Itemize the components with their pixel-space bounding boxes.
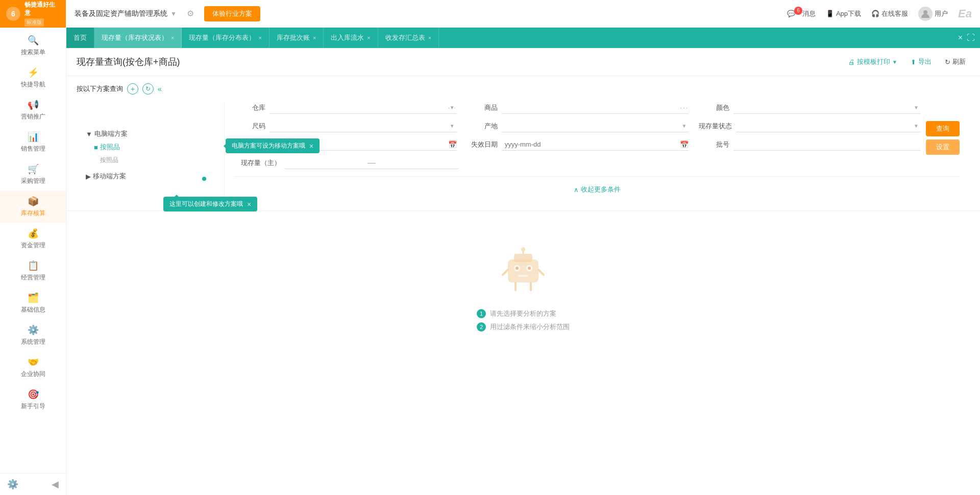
main-area: 装备及固定资产辅助管理系统 ▼ ⚙ 体验行业方案 💬 6 消息 📱 App下载 … xyxy=(66,0,980,495)
calendar-icon2[interactable]: 📅 xyxy=(680,140,689,149)
handshake-icon: 🤝 xyxy=(28,357,39,368)
stock-qty-max-input[interactable] xyxy=(378,157,458,169)
tab-label: 库存批次账 xyxy=(277,33,310,42)
sidebar-item-cooperation[interactable]: 🤝 企业协同 xyxy=(0,351,66,384)
stock-status-input[interactable] xyxy=(736,120,921,132)
tab-close-icon[interactable]: × xyxy=(428,35,431,41)
tooltip1-text: 电脑方案可设为移动方案哦 xyxy=(232,142,305,150)
goods-label: 商品 xyxy=(467,103,498,112)
sidebar-item-quick[interactable]: ⚡ 快捷导航 xyxy=(0,62,66,94)
sidebar-item-label: 系统管理 xyxy=(21,338,45,346)
tooltip1-close-icon[interactable]: × xyxy=(309,142,313,150)
export-button[interactable]: ⬆ 导出 xyxy=(906,55,936,68)
user-menu[interactable]: 用户 xyxy=(918,7,948,21)
print-label: 按模板打印 xyxy=(857,57,890,66)
tooltip2-close-icon[interactable]: × xyxy=(247,200,251,208)
refresh-scheme-button[interactable]: ↻ xyxy=(142,83,154,95)
tab-home[interactable]: 首页 xyxy=(66,28,94,48)
tab-summary[interactable]: 收发存汇总表 × xyxy=(378,28,439,48)
tab-close-icon[interactable]: × xyxy=(171,35,174,41)
tooltip2-text: 这里可以创建和修改方案哦 xyxy=(169,200,243,208)
sidebar-item-label: 快捷导航 xyxy=(21,80,45,89)
size-input[interactable] xyxy=(270,120,457,132)
stock-qty-min-input[interactable] xyxy=(285,157,365,169)
logo-badge: 标准版 xyxy=(24,18,44,27)
filter-fields-panel: 仓库 ··· ▼ 商品 xyxy=(225,102,970,203)
sidebar-item-base[interactable]: 🗂️ 基础信息 xyxy=(0,287,66,319)
warehouse-dots[interactable]: ··· xyxy=(448,104,457,111)
scheme-item-sub[interactable]: 按照品 xyxy=(82,154,224,167)
tab-inout[interactable]: 出入库流水 × xyxy=(324,28,378,48)
tab-close-icon[interactable]: × xyxy=(367,35,370,41)
sidebar-item-marketing[interactable]: 📢 营销推广 xyxy=(0,94,66,126)
color-input[interactable] xyxy=(733,102,921,113)
expire-date-start-wrapper: 📅 xyxy=(502,138,689,151)
dropdown-arrow-icon[interactable]: ▼ xyxy=(170,10,177,17)
sidebar-item-search[interactable]: 🔍 搜索菜单 xyxy=(0,30,66,62)
stock-status-field: 现存量状态 ▼ xyxy=(699,120,921,132)
tooltip-desktop-scheme: 电脑方案可设为移动方案哦 × xyxy=(226,138,320,153)
reset-button[interactable]: 设置 xyxy=(926,139,960,155)
filter-row-4: 现存量（主） — xyxy=(235,157,921,169)
svg-line-12 xyxy=(503,270,508,275)
sidebar-item-inventory[interactable]: 📦 库存核算 xyxy=(0,191,66,223)
calendar-icon[interactable]: 📅 xyxy=(448,140,457,149)
sidebar-item-operations[interactable]: 📋 经营管理 xyxy=(0,255,66,287)
size-select-wrapper: ▼ xyxy=(270,120,457,132)
tab-label: 出入库流水 xyxy=(331,33,364,42)
batch-no-input[interactable] xyxy=(733,138,921,151)
mobile-scheme-group[interactable]: ▶ 移动端方案 xyxy=(82,170,224,183)
app-download-button[interactable]: 📱 App下载 xyxy=(826,9,861,18)
tab-inventory-dist[interactable]: 现存量（库存分布表） × xyxy=(182,28,269,48)
scheme-item-by-product[interactable]: ■ 按照品 xyxy=(82,140,224,154)
fullscreen-icon[interactable]: ⛶ xyxy=(967,33,975,42)
close-all-tabs-icon[interactable]: × xyxy=(958,33,963,42)
expire-date-start-input[interactable] xyxy=(502,138,680,150)
size-label: 尺码 xyxy=(235,122,265,131)
tabs-actions: × ⛶ xyxy=(958,33,980,42)
sidebar-item-newbie[interactable]: 🎯 新手引导 xyxy=(0,384,66,416)
app-label: App下载 xyxy=(836,9,861,18)
stock-qty-label: 现存量（主） xyxy=(235,158,281,168)
box-icon: 📦 xyxy=(28,196,39,207)
messages-button[interactable]: 💬 6 消息 xyxy=(787,9,816,18)
trial-button[interactable]: 体验行业方案 xyxy=(204,6,260,21)
svg-point-7 xyxy=(516,267,519,270)
query-button[interactable]: 查询 xyxy=(926,121,960,136)
filter-row-1: 仓库 ··· ▼ 商品 xyxy=(235,102,921,114)
add-scheme-button[interactable]: + xyxy=(127,83,138,95)
collapse-sidebar-icon[interactable]: ◀ xyxy=(52,479,59,490)
goods-dots[interactable]: ··· xyxy=(680,104,689,111)
svg-point-8 xyxy=(528,267,531,270)
desktop-scheme-group[interactable]: ▼ 电脑端方案 xyxy=(82,127,224,140)
stock-status-select-wrapper: ▼ xyxy=(736,120,921,132)
svg-text:6: 6 xyxy=(11,10,15,18)
sidebar-item-assets[interactable]: 💰 资金管理 xyxy=(0,223,66,255)
collapse-button[interactable]: ∧ 收起更多条件 xyxy=(235,181,960,198)
svg-point-2 xyxy=(923,10,927,14)
tab-label: 收发存汇总表 xyxy=(385,33,425,42)
tab-label: 现存量（库存分布表） xyxy=(189,33,255,42)
print-button[interactable]: 🖨 按模板打印 ▼ xyxy=(844,55,901,68)
goods-select-wrapper: ··· xyxy=(502,102,689,114)
origin-input[interactable] xyxy=(502,120,689,132)
goods-input[interactable] xyxy=(502,102,680,113)
settings-button[interactable]: ⚙ xyxy=(183,6,198,21)
settings-bottom-icon[interactable]: ⚙️ xyxy=(7,479,18,490)
sidebar-item-purchase[interactable]: 🛒 采购管理 xyxy=(0,158,66,191)
tab-close-icon[interactable]: × xyxy=(258,35,261,41)
tab-inventory-status[interactable]: 现存量（库存状况表） × xyxy=(94,28,182,48)
svg-rect-9 xyxy=(518,275,528,277)
sidebar-item-system[interactable]: ⚙️ 系统管理 xyxy=(0,319,66,351)
sidebar-item-label: 营销推广 xyxy=(21,112,45,121)
support-button[interactable]: 🎧 在线客服 xyxy=(871,9,908,18)
tab-close-icon[interactable]: × xyxy=(313,35,316,41)
refresh-button[interactable]: ↻ 刷新 xyxy=(941,55,970,68)
phone-icon: 📱 xyxy=(826,10,834,17)
tab-batch[interactable]: 库存批次账 × xyxy=(270,28,324,48)
warehouse-input[interactable] xyxy=(270,102,448,113)
scheme-arrow-icon[interactable]: « xyxy=(158,85,162,93)
desktop-scheme-label: 电脑端方案 xyxy=(94,129,128,138)
hint-number-1: 1 xyxy=(477,309,486,318)
sidebar-item-sales[interactable]: 📊 销售管理 xyxy=(0,126,66,158)
